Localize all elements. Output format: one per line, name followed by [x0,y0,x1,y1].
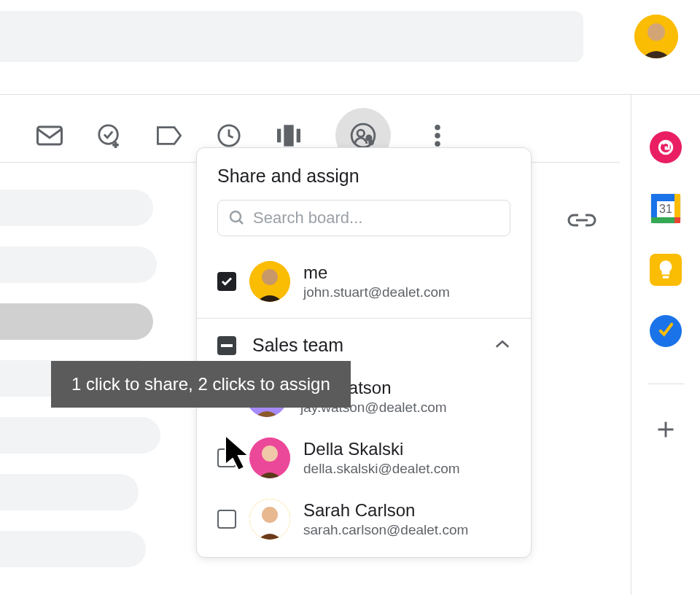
divider [648,384,684,384]
rail-placeholder[interactable] [0,474,139,510]
person-email: sarah.carlson@dealet.com [303,522,468,538]
svg-rect-5 [277,129,281,143]
svg-point-17 [262,269,278,285]
search-placeholder: Search board... [253,209,362,228]
svg-point-25 [262,507,278,523]
avatar [249,261,290,302]
rail-placeholder[interactable] [0,303,153,340]
rail-placeholder[interactable] [0,417,160,454]
person-email: john.stuart@dealet.com [303,284,450,300]
person-row[interactable]: Sarah Carlson sarah.carlson@dealet.com [197,489,531,550]
svg-point-3 [99,125,118,144]
divider [197,318,531,319]
cursor-icon [224,434,256,478]
popup-title: Share and assign [197,166,531,200]
keep-icon[interactable] [650,254,682,286]
tasks-icon[interactable] [650,315,682,347]
svg-point-12 [435,125,440,131]
mail-icon[interactable] [36,122,63,149]
svg-point-23 [262,446,278,462]
svg-point-15 [230,211,241,222]
person-row-me[interactable]: me john.stuart@dealet.com [197,251,531,312]
task-add-icon[interactable] [96,122,122,149]
svg-point-14 [435,141,440,147]
link-icon[interactable] [567,211,596,232]
svg-text:31: 31 [659,203,672,215]
columns-icon[interactable] [276,122,302,149]
gmelius-icon[interactable] [650,131,682,163]
svg-rect-2 [38,127,62,144]
profile-avatar[interactable] [634,15,678,58]
person-email: della.skalski@dealet.com [303,461,460,477]
svg-point-1 [648,23,665,41]
person-name: Della Skalski [303,439,460,459]
rail-placeholder[interactable] [0,531,146,567]
person-name: me [303,262,450,283]
person-name: Sarah Carlson [303,500,468,521]
group-name: Sales team [252,335,478,356]
search-board-input[interactable]: Search board... [217,200,510,236]
group-row-sales[interactable]: Sales team [197,324,531,366]
svg-point-11 [370,141,373,144]
svg-rect-18 [221,344,233,347]
side-panel: 31 [631,95,700,595]
checkbox-indeterminate[interactable] [217,336,236,355]
avatar [249,499,290,540]
clock-icon[interactable] [216,122,242,149]
svg-rect-6 [284,125,293,146]
add-app-icon[interactable] [650,413,682,446]
tooltip: 1 click to share, 2 clicks to assign [51,361,351,408]
svg-rect-34 [663,276,669,279]
more-options-icon[interactable] [424,122,451,149]
svg-rect-7 [297,129,300,143]
calendar-icon[interactable]: 31 [650,192,682,225]
checkbox-checked[interactable] [217,272,236,291]
share-assign-popup: Share and assign Search board... me john… [196,147,532,558]
checkbox-empty[interactable] [217,510,236,529]
rail-placeholder[interactable] [0,246,157,283]
label-icon[interactable] [156,122,182,149]
chevron-up-icon[interactable] [494,339,510,352]
svg-point-9 [357,130,365,137]
svg-point-13 [435,133,440,139]
svg-point-10 [367,136,371,140]
svg-rect-32 [674,217,680,223]
rail-placeholder[interactable] [0,190,153,226]
search-bar[interactable] [0,11,583,62]
